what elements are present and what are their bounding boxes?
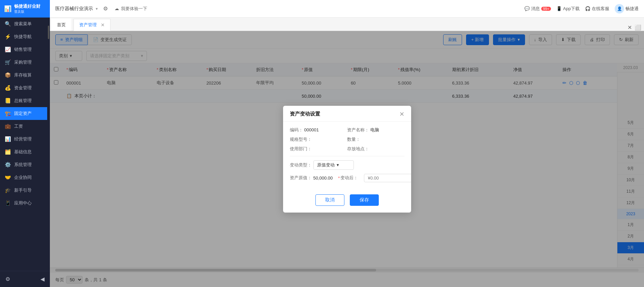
app-download-button[interactable]: 📱 App下载 — [556, 6, 580, 12]
sidebar-item-purchase[interactable]: 🛒 采购管理 — [0, 56, 50, 69]
sidebar-item-capital[interactable]: 💰 资金管理 — [0, 82, 50, 94]
content-area: ≡ 资产明细 📄 变更生成凭证 刷账 + 新增 批量操作 — [50, 31, 644, 287]
sidebar-item-label: 基础信息 — [14, 149, 32, 155]
fixed-icon: 🏗️ — [5, 110, 11, 117]
search-icon: 🔍 — [5, 21, 11, 27]
dialog-row-dept-loc: 使用部门： 存放地点： — [290, 146, 404, 152]
dialog-footer: 取消 保存 — [283, 193, 411, 213]
quicknav-icon: ⚡ — [5, 34, 11, 40]
code-value: 000001 — [304, 127, 319, 132]
user-name: 畅捷通 — [625, 6, 639, 12]
header-settings-icon[interactable]: ⚙ — [103, 5, 108, 12]
experience-button[interactable]: ☁ 我要体验一下 — [115, 6, 147, 12]
sidebar-item-appstore[interactable]: 📱 应用中心 — [0, 197, 50, 210]
app-name: 畅捷通好业财 — [14, 3, 40, 9]
collapse-sidebar-icon[interactable]: ◀ — [40, 276, 44, 282]
sidebar-bottom: ⚙ ◀ — [0, 271, 50, 287]
after-change-label: 变动后： — [340, 175, 364, 181]
message-label: 消息 — [531, 6, 540, 12]
message-button[interactable]: 💬 消息 99+ — [524, 6, 551, 12]
purchase-icon: 🛒 — [5, 59, 11, 65]
asset-name-value: 电脑 — [370, 127, 379, 133]
sidebar-item-basic[interactable]: 🗂️ 基础信息 — [0, 146, 50, 158]
sidebar-nav: 🔍 搜索菜单 ⚡ 快捷导航 📈 销售管理 🛒 采购管理 📦 库存核算 💰 资金管… — [0, 18, 50, 271]
customer-service-label: 在线客服 — [592, 6, 609, 12]
dialog-row-spec-qty: 规格型号： 数量： — [290, 136, 404, 142]
main-area: 医疗器械行业演示 ▾ ⚙ ☁ 我要体验一下 💬 消息 99+ 📱 App下载 🎧… — [50, 0, 644, 287]
spec-label: 规格型号： — [290, 136, 312, 142]
asset-value-label: 资产原值： — [290, 175, 313, 181]
settings-sidebar-icon[interactable]: ⚙ — [5, 276, 10, 282]
experience-label: 我要体验一下 — [121, 6, 147, 12]
dialog-row-value: 资产原值： 50,000.00 * 变动后： — [290, 174, 404, 182]
sidebar-item-label: 销售管理 — [14, 46, 32, 53]
app-logo: 📊 畅捷通好业财 普及版 — [0, 0, 50, 18]
sidebar-item-label: 采购管理 — [14, 59, 32, 65]
avatar: 👤 — [615, 4, 624, 13]
tab-bar: 首页 资产管理 ✕ ✕ ⬜ — [50, 18, 644, 31]
tab-expand-icon[interactable]: ⬜ — [635, 24, 641, 31]
sidebar-item-payroll[interactable]: 💼 工资 — [0, 120, 50, 133]
tab-asset[interactable]: 资产管理 ✕ — [73, 19, 111, 31]
tab-home[interactable]: 首页 — [51, 19, 71, 31]
inventory-icon: 📦 — [5, 72, 11, 78]
app-sub: 普及版 — [14, 9, 40, 14]
customer-service-button[interactable]: 🎧 在线客服 — [585, 6, 609, 12]
asset-value: 50,000.00 — [313, 176, 333, 181]
sidebar-item-label: 总账管理 — [14, 98, 32, 104]
user-profile[interactable]: 👤 畅捷通 — [615, 4, 639, 13]
sidebar-item-system[interactable]: ⚙️ 系统管理 — [0, 158, 50, 171]
tab-close-icon[interactable]: ✕ — [101, 22, 105, 28]
change-type-chevron-icon: ▾ — [337, 162, 339, 167]
tab-prev-icon[interactable]: ✕ — [627, 24, 632, 31]
sidebar-item-sales[interactable]: 📈 销售管理 — [0, 43, 50, 56]
dialog-row-code-name: 编码： 000001 资产名称： 电脑 — [290, 127, 404, 133]
sidebar-item-guide[interactable]: 🎓 新手引导 — [0, 184, 50, 197]
dialog-close-icon[interactable]: ✕ — [399, 110, 404, 118]
sidebar-item-label: 经营管理 — [14, 136, 32, 142]
sales-icon: 📈 — [5, 46, 11, 53]
sidebar-item-fixed[interactable]: 🏗️ 固定资产 — [0, 107, 50, 120]
collab-icon: 🤝 — [5, 174, 11, 181]
company-chevron-icon[interactable]: ▾ — [96, 6, 98, 11]
modal-overlay[interactable]: 资产变动设置 ✕ 编码： 000001 资产名称： 电脑 — [50, 31, 644, 287]
sidebar-item-label: 库存核算 — [14, 72, 32, 78]
department-label: 使用部门： — [290, 146, 312, 152]
sidebar-item-label: 工资 — [14, 123, 23, 129]
save-button[interactable]: 保存 — [350, 194, 379, 206]
sidebar-item-collab[interactable]: 🤝 企业协同 — [0, 171, 50, 184]
capital-icon: 💰 — [5, 85, 11, 91]
sidebar-item-search[interactable]: 🔍 搜索菜单 — [0, 18, 50, 30]
sidebar-item-label: 系统管理 — [14, 162, 32, 168]
sidebar-item-quicknav[interactable]: ⚡ 快捷导航 — [0, 30, 50, 43]
tab-asset-label: 资产管理 — [79, 22, 97, 28]
sidebar-item-label: 固定资产 — [14, 110, 32, 117]
experience-icon: ☁ — [115, 6, 119, 11]
tab-controls: ✕ ⬜ — [627, 24, 644, 31]
logo-icon: 📊 — [4, 5, 11, 12]
sidebar-item-label: 快捷导航 — [14, 34, 32, 40]
sidebar-item-business[interactable]: 📊 经营管理 — [0, 133, 50, 146]
change-type-label: 变动类型： — [290, 162, 313, 168]
change-type-value: 原值变动 — [317, 162, 335, 168]
dialog-body: 编码： 000001 资产名称： 电脑 规格型号： — [283, 122, 411, 193]
sidebar-item-ledger[interactable]: 📒 总账管理 — [0, 94, 50, 107]
dialog-divider — [290, 156, 404, 156]
after-change-input[interactable] — [364, 174, 411, 182]
sidebar-item-inventory[interactable]: 📦 库存核算 — [0, 69, 50, 82]
basic-icon: 🗂️ — [5, 149, 11, 155]
quantity-label: 数量： — [347, 136, 360, 142]
change-type-select[interactable]: 原值变动 ▾ — [313, 160, 354, 170]
dialog-header: 资产变动设置 ✕ — [283, 106, 411, 122]
header-right: 💬 消息 99+ 📱 App下载 🎧 在线客服 👤 畅捷通 — [524, 4, 639, 13]
cancel-button[interactable]: 取消 — [315, 194, 344, 206]
sidebar-item-label: 资金管理 — [14, 85, 32, 91]
asset-name-label: 资产名称： — [347, 127, 369, 133]
message-icon: 💬 — [524, 6, 530, 11]
system-icon: ⚙️ — [5, 162, 11, 168]
tab-home-label: 首页 — [57, 22, 66, 28]
sidebar-item-label: 搜索菜单 — [14, 21, 32, 27]
sidebar-item-label: 新手引导 — [14, 187, 32, 193]
asset-change-dialog: 资产变动设置 ✕ 编码： 000001 资产名称： 电脑 — [283, 106, 411, 213]
sidebar-item-label: 企业协同 — [14, 174, 32, 181]
